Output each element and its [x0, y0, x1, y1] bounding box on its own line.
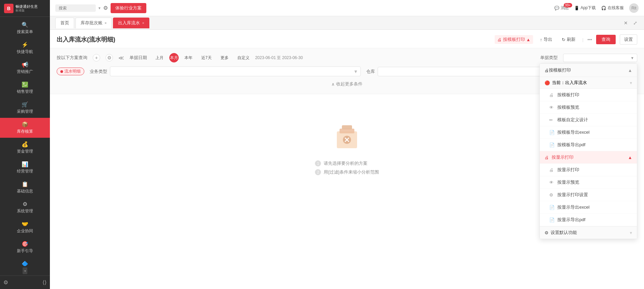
tab-home[interactable]: 首页	[55, 18, 74, 28]
sidebar-item-operations[interactable]: 📊 经营管理	[0, 158, 50, 178]
sidebar-item-label: 采购管理	[17, 109, 33, 114]
dropdown-footer[interactable]: ⚙ 设置默认功能 ▾	[540, 226, 637, 239]
dropdown-item-label: 按模板打印	[557, 92, 579, 98]
dropdown-item-label: 按模板预览	[557, 104, 579, 110]
window-controls: ✕ ⤢	[622, 20, 639, 26]
settings-icon[interactable]: ⚙	[3, 279, 8, 286]
system-icon: ⚙	[23, 201, 27, 207]
search-input[interactable]	[55, 4, 96, 12]
date-range-display: 2023-06-01 至 2023-06-30	[255, 55, 303, 61]
dropdown-item-display-preview[interactable]: 👁 按显示预览	[540, 176, 637, 189]
sidebar-item-inventory[interactable]: 📦 库存核算	[0, 118, 50, 138]
dropdown-item-display-print-section[interactable]: 🖨 按显示打印 ▲	[540, 151, 637, 164]
sidebar-item-system[interactable]: ⚙ 系统管理	[0, 198, 50, 217]
date-filter-custom[interactable]: 自定义	[234, 54, 253, 62]
empty-step-1: 1 请先选择要分析的方案	[315, 160, 379, 166]
query-button[interactable]: 查询	[596, 35, 616, 44]
dropdown-item-template-preview[interactable]: 👁 按模板预览	[540, 101, 637, 114]
biz-type-field[interactable]: ▾	[110, 67, 361, 76]
dropdown-up-icon[interactable]: ▲	[628, 68, 632, 73]
sidebar-item-quick-nav[interactable]: ⚡ 快捷导航	[0, 38, 50, 58]
footer-settings-icon: ⚙	[545, 230, 549, 235]
page-title: 出入库流水(流水明细)	[57, 35, 115, 44]
topbar-gear-icon[interactable]: ⚙	[103, 5, 108, 11]
filter-collapse-button[interactable]: ≪	[118, 55, 124, 61]
empty-steps: 1 请先选择要分析的方案 2 用[过滤]条件来缩小分析范围	[315, 160, 379, 175]
export-pdf-icon: 📄	[549, 142, 555, 148]
template-custom-icon: ✏	[549, 117, 555, 123]
tab-flow[interactable]: 出入库流水×	[113, 18, 149, 28]
tab-label: 库存批次账	[81, 20, 103, 26]
dropdown-item-template-custom[interactable]: ✏ 模板自定义设计	[540, 114, 637, 126]
filter-settings-button[interactable]: ⚙	[106, 54, 113, 61]
topbar-left: ▾ ⚙ 体验行业方案	[55, 3, 554, 13]
tab-label: 出入库流水	[118, 20, 140, 26]
dropdown-item-display-print-settings[interactable]: ⚙ 按显示打印设置	[540, 189, 637, 201]
date-filter-last-month[interactable]: 上月	[152, 54, 167, 62]
sidebar-footer: ⚙ ⟨⟩	[0, 275, 50, 289]
biz-type-more-icon[interactable]: ▾	[354, 68, 357, 75]
sidebar-item-collab[interactable]: 🤝 企业协同	[0, 217, 50, 237]
window-maximize-button[interactable]: ⤢	[632, 20, 639, 26]
print-template-button[interactable]: 🖨 按模板打印 ▲	[495, 35, 533, 44]
date-filter-more[interactable]: 更多	[217, 54, 232, 62]
dropdown-print-icon: 🖨	[545, 68, 549, 73]
sidebar-item-app-center[interactable]: 🔷 应用中心	[0, 257, 50, 266]
export-button[interactable]: ↑ 导出	[537, 35, 555, 44]
search-dropdown-icon[interactable]: ▾	[98, 6, 100, 10]
page-actions: 🖨 按模板打印 ▲ ↑ 导出 ↻ 刷新 | ••• 查询 设置	[495, 34, 637, 45]
filter-row-1: 按以下方案查询 + ⚙ ≪ 单据日期 上月本月本年近7天更多自定义2023-06…	[57, 53, 637, 62]
dropdown-item-display-print[interactable]: 🖨 按显示打印	[540, 164, 637, 176]
sidebar-item-label: 基础信息	[17, 188, 33, 194]
date-filter-this-year[interactable]: 本年	[181, 54, 196, 62]
dropdown-current-arrow[interactable]: ▾	[630, 80, 632, 85]
tab-batch[interactable]: 库存批次账×	[76, 18, 112, 28]
more-icon[interactable]: •••	[587, 37, 592, 42]
app-download-button[interactable]: 📱 App下载	[574, 5, 596, 11]
dropdown-section-toggle[interactable]: ▲	[628, 155, 632, 160]
notifications-button[interactable]: 💬 消息 99+	[554, 5, 569, 11]
chevron-up-icon: ▲	[526, 37, 531, 42]
display-print-section-icon: 🖨	[545, 155, 549, 160]
sidebar-item-guide[interactable]: 🎯 新手引导	[0, 237, 50, 257]
dropdown-item-display-export-pdf[interactable]: 📄 按显示导出pdf	[540, 214, 637, 226]
sidebar-scroll-down[interactable]: ▾	[23, 267, 27, 274]
sidebar-item-marketing[interactable]: 📢 营销推广	[0, 58, 50, 78]
dropdown-footer-label: 设置默认功能	[551, 230, 577, 236]
sidebar-nav: 🔍 搜索菜单 ⚡ 快捷导航 📢 营销推广 💹 销售管理 🛒 采购管理 📦 库存核…	[0, 17, 50, 266]
dropdown-item-template-print[interactable]: 🖨 按模板打印	[540, 89, 637, 101]
headset-icon: 🎧	[601, 6, 606, 10]
doc-type-select[interactable]: ▾	[563, 54, 637, 62]
collapse-more-button[interactable]: ∧ 收起更多条件	[329, 79, 364, 89]
sidebar-item-basic[interactable]: 📋 基础信息	[0, 178, 50, 198]
refresh-button[interactable]: ↻ 刷新	[559, 35, 578, 44]
display-export-excel-icon: 📄	[549, 205, 555, 210]
empty-illustration	[330, 121, 364, 155]
dropdown-item-export-excel[interactable]: 📄 按模板导出excel	[540, 126, 637, 139]
dropdown-item-label: 按模板导出pdf	[557, 142, 585, 148]
svg-rect-1	[340, 129, 354, 133]
tab-close-icon[interactable]: ×	[105, 21, 107, 25]
biz-type-filter: 业务类型 ▾	[90, 67, 361, 76]
sidebar-item-search[interactable]: 🔍 搜索菜单	[0, 18, 50, 38]
inventory-icon: 📦	[22, 121, 28, 128]
online-service-button[interactable]: 🎧 在线客服	[601, 5, 624, 11]
sidebar-item-sales[interactable]: 💹 销售管理	[0, 78, 50, 98]
marketing-icon: 📢	[22, 61, 28, 68]
sidebar-item-label: 系统管理	[17, 208, 33, 214]
tab-close-icon[interactable]: ×	[142, 21, 144, 25]
settings-button[interactable]: 设置	[620, 34, 637, 45]
dropdown-item-display-export-excel[interactable]: 📄 按显示导出excel	[540, 201, 637, 214]
industry-solution-button[interactable]: 体验行业方案	[111, 3, 146, 13]
dropdown-current-label: 当前：出入库流水	[552, 80, 630, 86]
sidebar-item-purchase[interactable]: 🛒 采购管理	[0, 98, 50, 118]
user-avatar[interactable]: Rit	[629, 3, 639, 13]
window-close-button[interactable]: ✕	[622, 20, 629, 26]
sidebar-item-finance[interactable]: 💰 资金管理	[0, 138, 50, 158]
filter-add-button[interactable]: +	[93, 54, 100, 61]
collapse-icon[interactable]: ⟨⟩	[42, 279, 47, 286]
dropdown-item-export-pdf[interactable]: 📄 按模板导出pdf	[540, 139, 637, 151]
date-filter-last-7-days[interactable]: 近7天	[198, 54, 215, 62]
guide-icon: 🎯	[22, 241, 28, 247]
date-filter-this-month[interactable]: 本月	[169, 53, 179, 62]
